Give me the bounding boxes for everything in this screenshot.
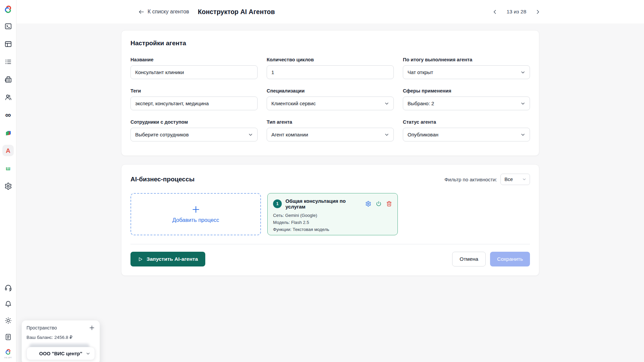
agent-status-select[interactable]: Опубликован — [403, 128, 530, 141]
vis-gpt-logo[interactable]: VIS GPT — [4, 348, 12, 359]
field-agent-type-label: Тип агента — [267, 119, 394, 125]
sidebar-bottom-icons: VIS GPT — [2, 282, 14, 359]
users-icon[interactable] — [2, 92, 14, 103]
activity-filter-value: Все — [504, 177, 513, 182]
sh-icon[interactable]: ш — [2, 163, 14, 174]
add-workspace-icon[interactable] — [89, 325, 95, 331]
specialization-select-value: Клиентский сервис — [271, 101, 316, 106]
apps-color-icon[interactable] — [2, 127, 14, 138]
chevron-down-icon — [248, 132, 253, 137]
process-actions — [365, 201, 392, 207]
field-specialization-label: Специализации — [267, 88, 394, 94]
list-icon[interactable] — [2, 56, 14, 67]
result-select[interactable]: Чат открыт — [403, 65, 530, 79]
workspace-panel: Пространство Ваш баланс: 2456.8 ₽ ООО "В… — [21, 320, 100, 362]
chevron-down-icon — [384, 101, 389, 106]
letter-sh-glyph: ш — [6, 166, 10, 171]
cancel-button[interactable]: Отмена — [452, 252, 486, 266]
field-name: Название — [130, 57, 258, 79]
gear-icon[interactable] — [2, 180, 14, 192]
settings-title: Настройки агента — [130, 40, 530, 47]
company-select[interactable]: ООО "ВИС центр" — [26, 347, 95, 360]
spheres-select[interactable]: Выбрано: 2 — [403, 97, 530, 110]
employees-select-value: Выберите сотрудников — [135, 132, 189, 137]
field-specialization: Специализации Клиентский сервис — [267, 88, 394, 110]
agent-type-select-value: Агент компании — [271, 132, 308, 137]
letter-a-glyph: А — [6, 147, 10, 154]
agent-type-select[interactable]: Агент компании — [267, 128, 394, 141]
processes-header: AI-бизнес-процессы Фильтр по активности:… — [130, 174, 530, 185]
field-name-label: Название — [130, 57, 258, 62]
page-count: 13 из 28 — [506, 9, 526, 15]
balance-text: Ваш баланс: 2456.8 ₽ — [26, 335, 95, 340]
activity-filter-select[interactable]: Все — [500, 174, 530, 185]
spheres-select-value: Выбрано: 2 — [408, 101, 434, 106]
process-network: Сеть: Gemini (Google) — [273, 213, 392, 218]
processes-title: AI-бизнес-процессы — [130, 176, 195, 183]
tags-input[interactable] — [130, 97, 258, 110]
process-power-icon[interactable] — [376, 201, 382, 207]
process-info: Сеть: Gemini (Google) Модель: Flash 2.5 … — [273, 213, 392, 232]
sidebar: ∞ А ш — [0, 0, 16, 362]
employees-select[interactable]: Выберите сотрудников — [130, 128, 258, 141]
process-settings-icon[interactable] — [365, 201, 371, 207]
sidebar-top-icons: ∞ А ш — [2, 20, 14, 192]
field-cycles: Количество циклов — [267, 57, 394, 79]
app-logo[interactable] — [2, 4, 14, 15]
workspace-header: Пространство — [26, 325, 95, 331]
chevron-down-icon — [520, 101, 526, 106]
infinity-glyph: ∞ — [5, 111, 11, 119]
footer-divider — [130, 244, 530, 244]
chevron-down-icon — [86, 351, 91, 356]
save-button[interactable]: Сохранить — [490, 252, 530, 266]
run-agent-button[interactable]: Запустить AI-агента — [130, 252, 205, 266]
infinity-icon[interactable]: ∞ — [2, 109, 14, 121]
specialization-select[interactable]: Клиентский сервис — [267, 97, 394, 110]
field-agent-status-label: Статус агента — [403, 119, 530, 125]
vis-gpt-label: VIS GPT — [4, 357, 12, 359]
field-spheres-label: Сферы применения — [403, 88, 530, 94]
activity-filter: Фильтр по активности: Все — [444, 174, 530, 185]
process-delete-icon[interactable] — [386, 201, 392, 207]
agents-a-icon[interactable]: А — [2, 145, 14, 156]
footer-actions: Отмена Сохранить — [452, 252, 530, 266]
journal-icon[interactable] — [2, 331, 14, 343]
terminal-icon[interactable] — [2, 20, 14, 32]
sun-icon[interactable] — [2, 315, 14, 326]
chevron-down-icon — [384, 132, 389, 137]
headset-icon[interactable] — [2, 282, 14, 293]
content: Настройки агента Название Количество цик… — [16, 23, 644, 362]
workspace-title: Пространство — [26, 325, 57, 330]
add-process-button[interactable]: Добавить процесс — [130, 193, 261, 235]
chevron-right-icon[interactable] — [535, 9, 541, 15]
process-title: Общая консультация по услугам — [285, 198, 365, 209]
process-card-header: 1 Общая консультация по услугам — [273, 198, 392, 209]
agent-status-select-value: Опубликован — [408, 132, 438, 137]
run-agent-label: Запустить AI-агента — [147, 256, 198, 262]
bell-icon[interactable] — [2, 298, 14, 310]
chevron-left-icon[interactable] — [492, 9, 498, 15]
arrow-left-icon — [138, 9, 145, 15]
company-name: ООО "ВИС центр" — [39, 351, 83, 356]
page-title: Конструктор AI Агентов — [198, 8, 275, 16]
cycles-input[interactable] — [267, 65, 394, 79]
field-result-label: По итогу выполнения агента — [403, 57, 530, 62]
table-icon[interactable] — [2, 38, 14, 50]
fax-icon[interactable] — [2, 74, 14, 85]
chevron-down-icon — [520, 132, 526, 137]
play-icon — [138, 257, 143, 262]
process-functions: Функции: Текстовая модель — [273, 227, 392, 232]
process-card[interactable]: 1 Общая консультация по услугам Сеть: Ge… — [267, 193, 398, 235]
agent-settings-card: Настройки агента Название Количество цик… — [121, 30, 539, 156]
processes-footer: Запустить AI-агента Отмена Сохранить — [130, 252, 530, 266]
back-label: К списку агентов — [148, 9, 189, 15]
app-root: ∞ А ш — [0, 0, 644, 362]
field-result: По итогу выполнения агента Чат открыт — [403, 57, 530, 79]
name-input[interactable] — [130, 65, 258, 79]
field-employees: Сотрудники с доступом Выберите сотрудник… — [130, 119, 258, 141]
back-link[interactable]: К списку агентов — [138, 9, 189, 15]
field-cycles-label: Количество циклов — [267, 57, 394, 62]
field-spheres: Сферы применения Выбрано: 2 — [403, 88, 530, 110]
main-area: К списку агентов Конструктор AI Агентов … — [16, 0, 644, 362]
field-agent-status: Статус агента Опубликован — [403, 119, 530, 141]
